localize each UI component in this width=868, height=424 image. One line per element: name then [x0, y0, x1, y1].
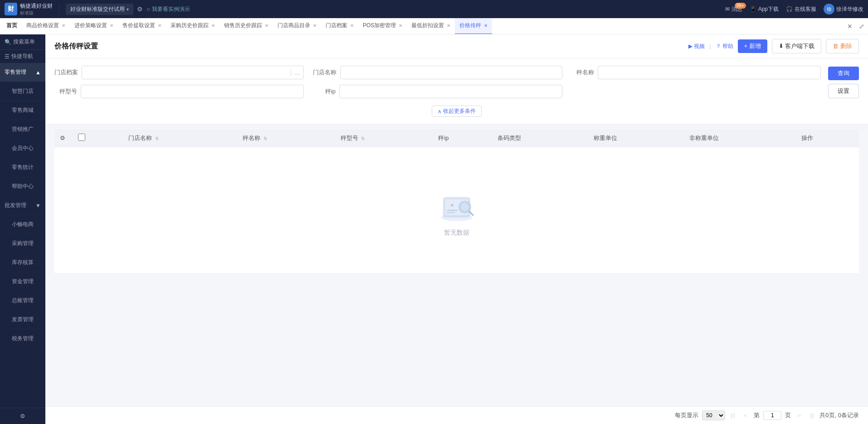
first-page-btn[interactable]: ⟨⟨ [729, 411, 737, 420]
tab-purchase-history[interactable]: 采购历史价跟踪 ✕ [166, 18, 219, 34]
app-download-btn[interactable]: 📱 App下载 [750, 5, 779, 13]
tab-strategy[interactable]: 进价策略设置 ✕ [70, 18, 118, 34]
app-name-line1: 畅捷通好业财 [20, 2, 53, 10]
sidebar-item-help[interactable]: 帮助中心 [0, 177, 45, 196]
search-row-1: 门店档案 ... 门店名称 秤名称 [54, 66, 821, 79]
collapse-row: ∧ 收起更多条件 [54, 104, 859, 120]
help-link[interactable]: ？ 帮助 [716, 43, 733, 50]
search-icon: 🔍 [5, 39, 11, 45]
scale-ip-label: 秤ip [313, 87, 336, 96]
gear-icon: ⚙ [20, 413, 25, 419]
next-page-btn[interactable]: ＞ [795, 410, 804, 420]
header-actions: ▶ 视频 | ？ 帮助 + 新增 ⬇ 客户端下载 🗑 删除 [688, 39, 859, 53]
demo-icon: ○ [146, 5, 150, 13]
collapse-btn[interactable]: ∧ 收起更多条件 [432, 106, 482, 117]
select-all-checkbox[interactable] [78, 134, 85, 141]
tab-close-icon[interactable]: ✕ [211, 23, 215, 28]
sidebar-item-member[interactable]: 会员中心 [0, 139, 45, 158]
store-archive-field: 门店档案 ... [54, 66, 304, 79]
sidebar-item-retail-mall[interactable]: 零售商城 [0, 101, 45, 120]
message-btn[interactable]: ✉ 消息 99+ [725, 5, 742, 13]
video-link[interactable]: ▶ 视频 [688, 43, 705, 50]
tab-close-icon[interactable]: ✕ [62, 23, 65, 28]
store-archive-input[interactable] [82, 66, 291, 79]
th-non-weight-unit: 非称重单位 [684, 129, 796, 147]
store-name-input[interactable] [340, 66, 562, 79]
th-operation: 操作 [796, 129, 859, 147]
scale-ip-input[interactable] [339, 85, 562, 98]
svg-rect-8 [447, 212, 455, 213]
tab-close-icon[interactable]: ✕ [399, 23, 402, 28]
sidebar-item-wholesale[interactable]: 批发管理 ▼ [0, 196, 45, 215]
version-selector[interactable]: 好业财标准版交付试用 ▾ [66, 4, 133, 15]
prev-page-btn[interactable]: ＜ [741, 410, 750, 420]
tab-pos-mgmt[interactable]: POS加密管理 ✕ [358, 18, 407, 34]
main-layout: 🔍 搜索菜单 ☰ 快捷导航 零售管理 ▲ 智慧门店 零售商城 营销推广 会员中心… [0, 34, 868, 424]
last-page-btn[interactable]: ⟩⟩ [808, 411, 816, 420]
sidebar-quick-nav[interactable]: ☰ 快捷导航 [0, 50, 45, 63]
sidebar-item-retail-mgmt[interactable]: 零售管理 ▲ [0, 63, 45, 82]
download-btn[interactable]: ⬇ 客户端下载 [772, 39, 822, 53]
sidebar-settings-btn[interactable]: ⚙ [0, 408, 45, 424]
tab-price-setting[interactable]: 商品价格设置 ✕ [22, 18, 70, 34]
tab-close-icon[interactable]: ✕ [110, 23, 113, 28]
current-page-input[interactable] [763, 411, 781, 420]
sidebar-item-smart-store[interactable]: 智慧门店 [0, 82, 45, 101]
table-header: ⚙ 门店名称 ⇅ 秤名称 ⇅ [54, 129, 859, 147]
tab-store-catalog[interactable]: 门店商品目录 ✕ [273, 18, 321, 34]
sort-icon[interactable]: ⇅ [263, 136, 267, 141]
add-btn[interactable]: + 新增 [738, 39, 767, 53]
th-weight-unit: 称重单位 [588, 129, 684, 147]
tab-sale-history[interactable]: 销售历史价跟踪 ✕ [219, 18, 273, 34]
online-service-btn[interactable]: 🎧 在线客服 [786, 5, 816, 13]
sidebar-item-inventory[interactable]: 库存核算 [0, 253, 45, 272]
sidebar-item-ledger[interactable]: 总账管理 [0, 291, 45, 310]
store-archive-label: 门店档案 [54, 68, 78, 77]
table-container: ⚙ 门店名称 ⇅ 秤名称 ⇅ [45, 125, 868, 406]
tab-close-icon[interactable]: ✕ [484, 23, 488, 28]
sidebar-search-label: 搜索菜单 [13, 38, 35, 46]
tab-close-icon[interactable]: ✕ [447, 23, 450, 28]
sidebar-item-invoice[interactable]: 发票管理 [0, 310, 45, 329]
tab-store-archive[interactable]: 门店档案 ✕ [321, 18, 358, 34]
tab-min-discount[interactable]: 最低折扣设置 ✕ [407, 18, 455, 34]
delete-btn-label: 🗑 删除 [833, 42, 852, 50]
sidebar-item-purchase[interactable]: 采购管理 [0, 234, 45, 253]
quick-nav-label: 快捷导航 [11, 53, 33, 60]
sidebar-search[interactable]: 🔍 搜索菜单 [0, 34, 45, 50]
sidebar-item-tax[interactable]: 税务管理 [0, 329, 45, 348]
per-page-select[interactable]: 50 10 20 100 [702, 410, 725, 420]
settings-icon[interactable]: ⚙ [60, 135, 65, 141]
tab-purchase-history-label: 采购历史价跟踪 [171, 22, 209, 29]
sidebar-item-retail-stats[interactable]: 零售统计 [0, 158, 45, 177]
delete-btn[interactable]: 🗑 删除 [826, 39, 859, 53]
top-settings-icon[interactable]: ⚙ [137, 5, 143, 13]
selector-label: 好业财标准版交付试用 [70, 5, 125, 13]
tab-close-icon[interactable]: ✕ [313, 23, 317, 28]
query-btn[interactable]: 查询 [828, 67, 859, 80]
pagination: 每页显示 50 10 20 100 ⟨⟨ ＜ 第 页 ＞ ⟩⟩ 共0页, 0条记… [45, 406, 868, 424]
tab-home[interactable]: 首页 [2, 18, 22, 34]
maximize-btn[interactable]: ⤢ [857, 23, 866, 30]
th-weight-unit-label: 称重单位 [594, 135, 617, 141]
sort-icon[interactable]: ⇅ [361, 136, 365, 141]
user-menu[interactable]: 徐 徐泽华修改 [824, 4, 863, 14]
svg-rect-7 [447, 210, 458, 211]
tab-close-icon[interactable]: ✕ [265, 23, 268, 28]
sidebar-item-marketing[interactable]: 营销推广 [0, 120, 45, 139]
scale-name-input[interactable] [598, 66, 821, 79]
arrow-up-icon: ▲ [35, 69, 41, 76]
store-archive-dots-btn[interactable]: ... [291, 69, 303, 76]
empty-state-icon [429, 183, 484, 229]
close-window-btn[interactable]: ✕ [845, 23, 854, 30]
demo-link[interactable]: ○ 我要看实例演示 [146, 5, 190, 13]
tab-close-icon[interactable]: ✕ [158, 23, 161, 28]
sort-icon[interactable]: ⇅ [155, 136, 159, 141]
tab-price-scale[interactable]: 价格传秤 ✕ [455, 18, 492, 34]
tab-close-icon[interactable]: ✕ [350, 23, 354, 28]
tab-sale-price[interactable]: 售价提取设置 ✕ [118, 18, 166, 34]
scale-model-input[interactable] [81, 85, 304, 98]
set-btn[interactable]: 设置 [828, 84, 859, 98]
sidebar-item-ecommerce[interactable]: 小畅电商 [0, 215, 45, 234]
sidebar-item-finance[interactable]: 资金管理 [0, 272, 45, 291]
